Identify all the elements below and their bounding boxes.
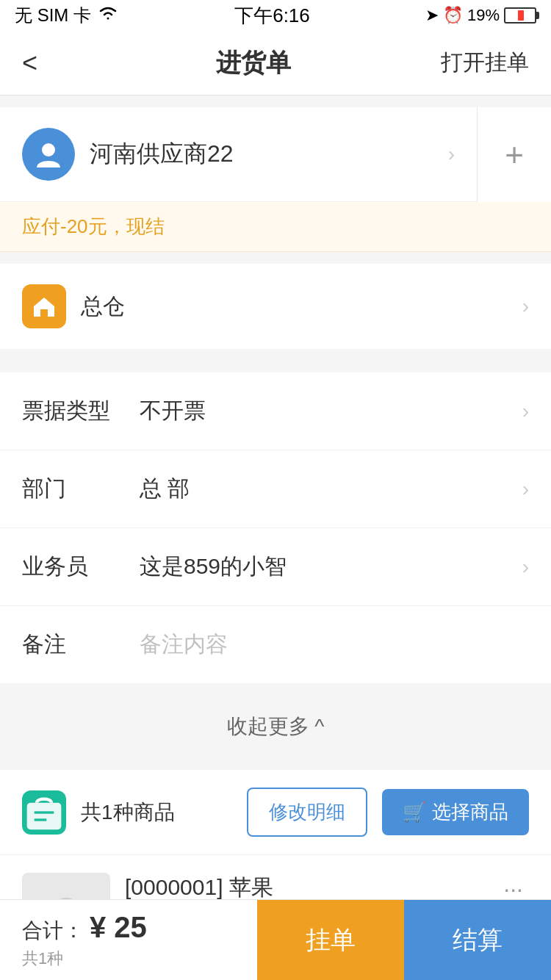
page-title: 进货单 <box>216 46 291 80</box>
sim-status: 无 SIM 卡 <box>15 4 91 27</box>
salesperson-label: 业务员 <box>22 552 110 582</box>
bottom-total: 合计： ¥ 25 <box>22 911 235 945</box>
supplier-name: 河南供应商22 <box>90 138 448 170</box>
svg-rect-2 <box>27 802 62 829</box>
dept-value: 总 部 <box>110 474 522 504</box>
product-icon <box>22 790 66 835</box>
total-label: 合计： <box>22 917 84 945</box>
bottom-summary: 合计： ¥ 25 共1种 <box>0 900 257 980</box>
collapse-button[interactable]: 收起更多 ^ <box>0 695 551 758</box>
alarm-icon: ⏰ <box>443 6 463 25</box>
form-section: 票据类型 不开票 › 部门 总 部 › 业务员 这是859的小智 › 备注 备注… <box>0 372 551 683</box>
hang-order-button[interactable]: 挂单 <box>257 900 404 980</box>
dept-row[interactable]: 部门 总 部 › <box>0 450 551 528</box>
open-pending-button[interactable]: 打开挂单 <box>441 48 529 78</box>
battery-percent: 19% <box>467 6 500 25</box>
wifi-icon <box>97 5 119 26</box>
supplier-avatar <box>22 128 75 181</box>
product-name: [0000001] 苹果 <box>125 873 483 903</box>
checkout-button[interactable]: 结算 <box>404 900 551 980</box>
product-header: 共1种商品 修改明细 🛒 选择商品 <box>0 770 551 855</box>
edit-detail-button[interactable]: 修改明细 <box>247 788 367 837</box>
select-product-button[interactable]: 🛒 选择商品 <box>382 789 529 835</box>
svg-point-0 <box>42 143 55 156</box>
supplier-chevron-icon: › <box>448 143 455 166</box>
supplier-section: 河南供应商22 › + <box>0 107 551 202</box>
warehouse-name: 总仓 <box>81 292 522 322</box>
supplier-info-banner: 应付-20元，现结 <box>0 202 551 252</box>
warehouse-card: 总仓 › <box>0 264 551 349</box>
total-amount: ¥ 25 <box>90 911 147 944</box>
dept-chevron-icon: › <box>522 478 529 501</box>
status-time: 下午6:16 <box>234 3 310 29</box>
svg-rect-1 <box>40 309 48 317</box>
supplier-add-button[interactable]: + <box>478 107 551 202</box>
salesperson-chevron-icon: › <box>522 555 529 579</box>
warehouse-row[interactable]: 总仓 › <box>0 264 551 349</box>
dept-label: 部门 <box>22 474 110 504</box>
bottom-sub: 共1种 <box>22 948 235 970</box>
invoice-type-label: 票据类型 <box>22 396 110 426</box>
status-right: ➤ ⏰ 19% <box>425 6 536 25</box>
remark-row[interactable]: 备注 备注内容 <box>0 606 551 683</box>
invoice-type-value: 不开票 <box>110 396 522 426</box>
warehouse-icon <box>22 284 66 328</box>
bottom-bar: 合计： ¥ 25 共1种 挂单 结算 <box>0 899 551 980</box>
invoice-type-row[interactable]: 票据类型 不开票 › <box>0 372 551 450</box>
remark-input[interactable]: 备注内容 <box>110 630 529 660</box>
salesperson-value: 这是859的小智 <box>110 552 522 582</box>
status-bar: 无 SIM 卡 下午6:16 ➤ ⏰ 19% <box>0 0 551 31</box>
salesperson-row[interactable]: 业务员 这是859的小智 › <box>0 528 551 606</box>
location-icon: ➤ <box>425 6 439 25</box>
back-button[interactable]: < <box>22 48 66 79</box>
nav-bar: < 进货单 打开挂单 <box>0 31 551 96</box>
status-left: 无 SIM 卡 <box>15 4 119 27</box>
battery-icon <box>504 7 536 24</box>
product-count: 共1种商品 <box>81 799 232 826</box>
supplier-selector[interactable]: 河南供应商22 › <box>0 107 477 202</box>
warehouse-chevron-icon: › <box>522 295 529 318</box>
invoice-chevron-icon: › <box>522 400 529 423</box>
cart-icon: 🛒 <box>403 801 426 824</box>
remark-label: 备注 <box>22 630 110 660</box>
